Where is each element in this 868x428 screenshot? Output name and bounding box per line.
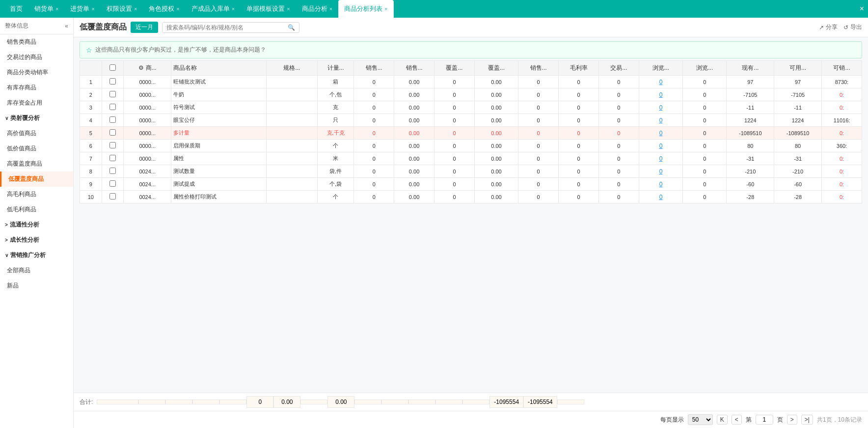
row-checkbox[interactable] — [109, 168, 116, 174]
row-checkbox-cell[interactable] — [102, 191, 124, 203]
sidebar-item-高毛利商品[interactable]: 高毛利商品 — [0, 187, 73, 202]
table-cell: 1224 — [774, 114, 822, 127]
table-container[interactable]: ⚙商... 商品名称 规格... 计量... 销售... 销售... 覆盖...… — [74, 60, 868, 393]
sidebar-item-有库存商品[interactable]: 有库存商品 — [0, 80, 73, 95]
sidebar-item-低毛利商品[interactable]: 低毛利商品 — [0, 202, 73, 217]
settings-icon[interactable]: ⚙ — [138, 64, 144, 71]
row-checkbox-cell[interactable] — [102, 178, 124, 191]
footer-avail: -1095554 — [523, 396, 557, 408]
sidebar-group-marketing[interactable]: ∨营销推广分析 — [0, 248, 73, 263]
tab-close-icon[interactable]: × — [329, 6, 332, 12]
browse1-link-cell[interactable]: 0 — [639, 191, 682, 203]
row-checkbox-cell[interactable] — [102, 76, 124, 88]
sidebar-item-高价值商品[interactable]: 高价值商品 — [0, 126, 73, 141]
tab-close-icon[interactable]: × — [134, 6, 137, 12]
browse1-link-cell[interactable]: 0 — [639, 140, 682, 152]
row-checkbox-cell[interactable] — [102, 152, 124, 165]
table-cell: 0.00 — [474, 114, 518, 127]
last-page-button[interactable]: >| — [801, 415, 813, 425]
first-page-button[interactable]: K — [717, 415, 728, 425]
table-cell: 0 — [518, 127, 559, 140]
table-cell: 0 — [598, 127, 639, 140]
row-checkbox-cell[interactable] — [102, 127, 124, 140]
tab-close-icon[interactable]: × — [91, 6, 94, 12]
nav-tab-单据模板设置[interactable]: 单据模板设置 × — [241, 0, 296, 18]
export-button[interactable]: ↺ 导出 — [843, 23, 862, 31]
sidebar-group-growth[interactable]: >成长性分析 — [0, 232, 73, 248]
row-checkbox-cell[interactable] — [102, 88, 124, 101]
sidebar-item-销售类商品[interactable]: 销售类商品 — [0, 34, 73, 50]
search-icon[interactable]: 🔍 — [288, 24, 295, 31]
row-checkbox[interactable] — [109, 78, 116, 85]
row-checkbox-cell[interactable] — [102, 114, 124, 127]
browse1-link[interactable]: 0 — [659, 130, 663, 137]
period-button[interactable]: 近一月 — [131, 22, 158, 33]
row-checkbox[interactable] — [109, 193, 116, 200]
sidebar-item-新品[interactable]: 新品 — [0, 278, 73, 293]
sidebar-group-flow[interactable]: >流通性分析 — [0, 217, 73, 232]
sidebar-item-高覆盖度商品[interactable]: 高覆盖度商品 — [0, 156, 73, 171]
sidebar-item-交易过的商品[interactable]: 交易过的商品 — [0, 50, 73, 65]
tab-close-icon[interactable]: × — [232, 6, 235, 12]
browse1-link-cell[interactable]: 0 — [639, 88, 682, 101]
browse1-link-cell[interactable]: 0 — [639, 76, 682, 88]
browse1-link[interactable]: 0 — [659, 155, 663, 162]
sidebar-collapse-btn[interactable]: « — [65, 23, 68, 29]
table-header-row: ⚙商... 商品名称 规格... 计量... 销售... 销售... 覆盖...… — [80, 61, 862, 76]
browse1-link-cell[interactable]: 0 — [639, 127, 682, 140]
sidebar-item-低价值商品[interactable]: 低价值商品 — [0, 141, 73, 156]
per-page-select[interactable]: 50 20 100 — [688, 414, 713, 425]
row-checkbox[interactable] — [109, 129, 116, 136]
row-checkbox-cell[interactable] — [102, 101, 124, 114]
nav-tab-角色授权[interactable]: 角色授权 × — [143, 0, 185, 18]
row-checkbox[interactable] — [109, 155, 116, 161]
next-page-button[interactable]: > — [787, 415, 797, 425]
row-checkbox[interactable] — [109, 180, 116, 187]
tab-close-icon[interactable]: × — [176, 6, 179, 12]
select-all-checkbox[interactable] — [109, 64, 116, 71]
row-checkbox[interactable] — [109, 104, 116, 110]
browse1-link-cell[interactable]: 0 — [639, 178, 682, 191]
row-checkbox[interactable] — [109, 116, 116, 123]
browse1-link-cell[interactable]: 0 — [639, 165, 682, 178]
nav-tab-商品分析列表[interactable]: 商品分析列表 × — [338, 0, 393, 18]
sidebar-item-全部商品[interactable]: 全部商品 — [0, 263, 73, 278]
row-checkbox-cell[interactable] — [102, 165, 124, 178]
window-close-button[interactable]: × — [860, 4, 864, 13]
browse1-link-cell[interactable]: 0 — [639, 101, 682, 114]
share-button[interactable]: ↗ 分享 — [819, 23, 838, 31]
browse1-link[interactable]: 0 — [659, 194, 663, 200]
browse1-link[interactable]: 0 — [659, 104, 663, 111]
tab-close-icon[interactable]: × — [55, 6, 58, 12]
row-checkbox[interactable] — [109, 91, 116, 97]
search-input[interactable] — [166, 24, 288, 31]
browse1-link-cell[interactable]: 0 — [639, 152, 682, 165]
nav-tab-商品分析[interactable]: 商品分析 × — [296, 0, 338, 18]
nav-tab-首页[interactable]: 首页 — [4, 0, 28, 18]
footer-cov2: 0.00 — [327, 396, 354, 408]
prev-page-button[interactable]: < — [732, 415, 742, 425]
footer-sellable — [557, 399, 584, 404]
browse1-link[interactable]: 0 — [659, 117, 663, 124]
table-cell: 0 — [598, 140, 639, 152]
table-cell: 0 — [559, 152, 599, 165]
nav-tab-进货单[interactable]: 进货单 × — [64, 0, 100, 18]
browse1-link[interactable]: 0 — [659, 168, 663, 175]
row-checkbox[interactable] — [109, 142, 116, 148]
nav-tab-销货单[interactable]: 销货单 × — [28, 0, 64, 18]
tab-close-icon[interactable]: × — [384, 6, 387, 12]
page-number-input[interactable] — [756, 415, 773, 425]
nav-tab-产成品入库单[interactable]: 产成品入库单 × — [186, 0, 241, 18]
sidebar-item-库存资金占用[interactable]: 库存资金占用 — [0, 95, 73, 111]
sidebar-group-analysis[interactable]: ∨类射覆分析 — [0, 111, 73, 126]
sidebar-item-商品分类动销率[interactable]: 商品分类动销率 — [0, 65, 73, 80]
browse1-link[interactable]: 0 — [659, 143, 663, 149]
row-checkbox-cell[interactable] — [102, 140, 124, 152]
browse1-link[interactable]: 0 — [659, 181, 663, 188]
browse1-link[interactable]: 0 — [659, 91, 663, 98]
browse1-link-cell[interactable]: 0 — [639, 114, 682, 127]
nav-tab-权限设置[interactable]: 权限设置 × — [101, 0, 143, 18]
tab-close-icon[interactable]: × — [287, 6, 290, 12]
browse1-link[interactable]: 0 — [659, 79, 663, 86]
sidebar-item-低覆盖度商品[interactable]: 低覆盖度商品 — [0, 171, 73, 187]
